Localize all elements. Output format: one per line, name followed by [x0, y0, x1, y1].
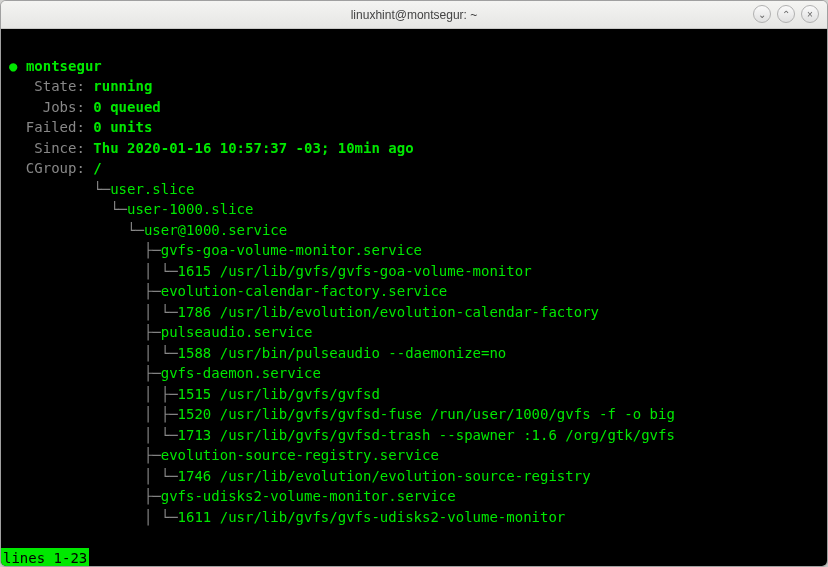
tree-branch: └─ [110, 201, 127, 217]
service-name: evolution-calendar-factory.service [161, 283, 448, 299]
process-line: 1588 /usr/bin/pulseaudio --daemonize=no [178, 345, 507, 361]
failed-label: Failed: [26, 119, 85, 135]
tree-branch: │ └─ [144, 468, 178, 484]
service-name: pulseaudio.service [161, 324, 313, 340]
state-value: running [93, 78, 152, 94]
jobs-label: Jobs: [43, 99, 85, 115]
failed-value: 0 units [93, 119, 152, 135]
user-1000-slice: user-1000.slice [127, 201, 253, 217]
service-name: evolution-source-registry.service [161, 447, 439, 463]
tree-branch: │ └─ [144, 345, 178, 361]
process-line: 1615 /usr/lib/gvfs/gvfs-goa-volume-monit… [178, 263, 532, 279]
process-line: 1520 /usr/lib/gvfs/gvfsd-fuse /run/user/… [178, 406, 675, 422]
minimize-button[interactable]: ⌄ [753, 5, 771, 23]
tree-branch: │ └─ [144, 263, 178, 279]
pager-status: lines 1-23 [1, 548, 89, 568]
service-name: gvfs-goa-volume-monitor.service [161, 242, 422, 258]
user-slice: user.slice [110, 181, 194, 197]
tree-branch: ├─ [144, 324, 161, 340]
since-value: Thu 2020-01-16 10:57:37 -03; 10min ago [93, 140, 413, 156]
jobs-value: 0 queued [93, 99, 160, 115]
tree-branch: ├─ [144, 283, 161, 299]
tree-branch: ├─ [144, 447, 161, 463]
cgroup-label: CGroup: [26, 160, 85, 176]
tree-branch: │ ├─ [144, 406, 178, 422]
window-controls: ⌄ ⌃ × [753, 5, 819, 23]
tree-branch: ├─ [144, 488, 161, 504]
close-button[interactable]: × [801, 5, 819, 23]
service-name: gvfs-daemon.service [161, 365, 321, 381]
tree-branch: │ └─ [144, 304, 178, 320]
window-title: linuxhint@montsegur: ~ [351, 8, 478, 22]
tree-branch: └─ [93, 181, 110, 197]
tree-branch: ├─ [144, 365, 161, 381]
hostname: montsegur [26, 58, 102, 74]
maximize-button[interactable]: ⌃ [777, 5, 795, 23]
service-name: gvfs-udisks2-volume-monitor.service [161, 488, 456, 504]
tree-branch: ├─ [144, 242, 161, 258]
process-line: 1746 /usr/lib/evolution/evolution-source… [178, 468, 591, 484]
titlebar: linuxhint@montsegur: ~ ⌄ ⌃ × [1, 1, 827, 29]
terminal-window: linuxhint@montsegur: ~ ⌄ ⌃ × ● montsegur… [0, 0, 828, 567]
process-line: 1713 /usr/lib/gvfs/gvfsd-trash --spawner… [178, 427, 675, 443]
tree-branch: │ ├─ [144, 386, 178, 402]
terminal-body[interactable]: ● montsegur State: running Jobs: 0 queue… [1, 29, 827, 567]
state-label: State: [34, 78, 85, 94]
process-line: 1786 /usr/lib/evolution/evolution-calend… [178, 304, 599, 320]
tree-branch: └─ [127, 222, 144, 238]
since-label: Since: [34, 140, 85, 156]
cgroup-value: / [93, 160, 101, 176]
tree-branch: │ └─ [144, 509, 178, 525]
user-1000-service: user@1000.service [144, 222, 287, 238]
tree-branch: │ └─ [144, 427, 178, 443]
process-line: 1611 /usr/lib/gvfs/gvfs-udisks2-volume-m… [178, 509, 566, 525]
process-line: 1515 /usr/lib/gvfs/gvfsd [178, 386, 380, 402]
status-bullet: ● [9, 58, 17, 74]
